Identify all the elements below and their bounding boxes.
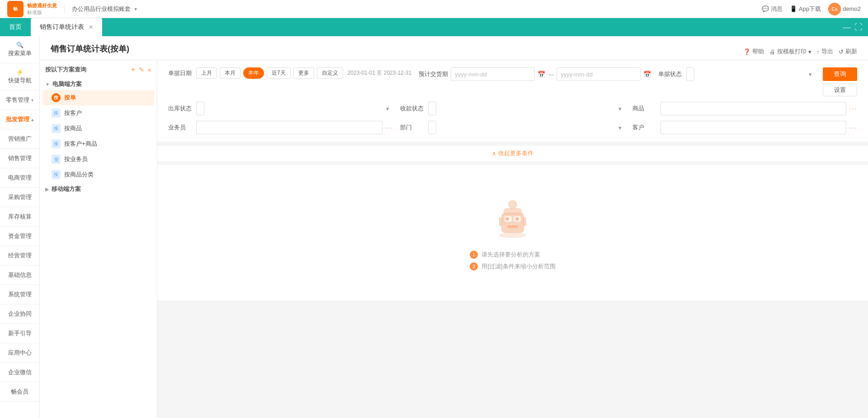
by-salesperson-label: 按业务员 (64, 155, 88, 163)
ship-status-label: 出库状态 (168, 104, 193, 113)
calendar-end-icon[interactable]: 📅 (643, 71, 651, 78)
expected-delivery-start[interactable] (451, 67, 535, 81)
collapse-bar[interactable]: ∧ 收起更多条件 (157, 145, 868, 161)
top-bar-right: 💬 消息 📱 App下载 Ea demo2 (762, 3, 861, 15)
mobile-schemes-section[interactable]: ▶ 移动端方案 (40, 182, 157, 195)
tab-sales-stat[interactable]: 销售订单统计表 ✕ (31, 18, 102, 36)
by-customer-product-label: 按客户+商品 (64, 140, 97, 148)
sidebar: 🔍 搜索菜单 ⚡ 快捷导航 零售管理 ▾ 批发管理 ▴ 营销推广 销售管理 电商… (0, 36, 40, 418)
sidebar-item-enterprise-wechat[interactable]: 企业微信 (0, 363, 39, 382)
payment-status-select[interactable] (428, 102, 436, 115)
pc-schemes-section[interactable]: ▼ 电脑端方案 (40, 77, 157, 90)
query-button[interactable]: 查询 (823, 67, 857, 81)
export-btn[interactable]: ↑ 导出 (817, 48, 834, 56)
sidebar-item-purchase-mgmt[interactable]: 采购管理 (0, 188, 39, 207)
tab-home[interactable]: 首页 (0, 18, 31, 36)
sidebar-item-finance[interactable]: 资金管理 (0, 227, 39, 246)
by-salesperson-icon: 业 (52, 155, 61, 164)
sidebar-item-app-center[interactable]: 应用中心 (0, 343, 39, 363)
tree-item-by-salesperson[interactable]: 业 按业务员 (42, 152, 154, 167)
refresh-btn[interactable]: ↺ 刷新 (839, 48, 857, 56)
salesperson-label: 业务员 (168, 124, 193, 132)
sidebar-item-marketing[interactable]: 营销推广 (0, 129, 39, 149)
brand-info: 畅捷通好生意 标准版 (27, 2, 57, 15)
expected-delivery-end[interactable] (557, 67, 641, 81)
sidebar-item-operations[interactable]: 经营管理 (0, 246, 39, 266)
template-print-btn[interactable]: 🖨 按模板打印 ▾ (769, 48, 811, 56)
product-input[interactable] (660, 102, 847, 115)
quick-nav-icon: ⚡ (16, 69, 24, 76)
sidebar-item-purchase-mgmt-label: 采购管理 (8, 193, 32, 201)
help-btn[interactable]: ❓ 帮助 (743, 48, 764, 56)
customer-more-icon[interactable]: ··· (849, 124, 857, 131)
svg-point-10 (508, 200, 517, 209)
tip-num-1: 1 (470, 251, 478, 259)
sidebar-item-retail-mgmt[interactable]: 零售管理 ▾ (0, 90, 39, 110)
last-7-btn[interactable]: 近7天 (267, 67, 291, 79)
salesperson-more-icon[interactable]: ··· (385, 124, 393, 131)
sidebar-item-ecommerce-mgmt-label: 电商管理 (8, 174, 32, 182)
tab-minimize-icon[interactable]: — (843, 23, 851, 32)
this-month-btn[interactable]: 本月 (220, 67, 241, 79)
sidebar-item-inventory[interactable]: 库存核算 (0, 207, 39, 227)
edit-scheme-icon[interactable]: ✎ (139, 66, 144, 73)
template-print-icon: 🖨 (769, 48, 775, 55)
department-wrapper: ▾ (428, 121, 625, 134)
salesperson-group: 业务员 ··· (168, 121, 393, 134)
page-actions: ❓ 帮助 🖨 按模板打印 ▾ ↑ 导出 ↺ 刷新 (743, 48, 858, 56)
salesperson-input[interactable] (196, 121, 382, 134)
dropdown-icon[interactable]: ▾ (134, 6, 137, 12)
department-select[interactable] (428, 121, 436, 134)
payment-status-group: 收款状态 ▾ (400, 102, 625, 115)
tree-item-by-product[interactable]: 按 按商品 (42, 121, 154, 136)
this-year-btn[interactable]: 本年 (243, 67, 264, 79)
brand-title-line1: 畅捷通好生意 (27, 2, 57, 9)
app-download-btn[interactable]: 📱 App下载 (790, 5, 821, 13)
sidebar-item-enterprise-collab-label: 企业协同 (8, 310, 32, 318)
customer-input[interactable] (660, 121, 847, 134)
message-btn[interactable]: 💬 消息 (762, 5, 783, 13)
department-group: 部门 ▾ (400, 121, 625, 134)
tree-item-by-customer[interactable]: 按 按客户 (42, 105, 154, 121)
sidebar-item-system-mgmt-label: 系统管理 (8, 290, 32, 299)
sidebar-item-ecommerce-mgmt[interactable]: 电商管理 (0, 168, 39, 188)
ship-status-select[interactable] (196, 102, 204, 115)
payment-status-wrapper: ▾ (428, 102, 625, 115)
user-menu[interactable]: Ea demo2 (828, 3, 861, 15)
sidebar-item-members[interactable]: 畅会员 (0, 382, 39, 402)
more-btn[interactable]: 更多 (293, 67, 314, 79)
add-scheme-icon[interactable]: + (131, 66, 135, 74)
sidebar-item-wholesale-mgmt[interactable]: 批发管理 ▴ (0, 110, 39, 129)
sidebar-item-new-guide[interactable]: 新手引导 (0, 324, 39, 343)
empty-illustration (490, 195, 535, 240)
custom-btn[interactable]: 自定义 (317, 67, 343, 79)
calendar-start-icon[interactable]: 📅 (538, 71, 545, 78)
sidebar-item-system-mgmt[interactable]: 系统管理 (0, 285, 39, 304)
sidebar-item-enterprise-collab[interactable]: 企业协同 (0, 304, 39, 324)
sidebar-item-operations-label: 经营管理 (8, 252, 32, 260)
app-title[interactable]: 办公用品行业模拟账套 (72, 5, 131, 13)
by-product-category-icon: 按 (52, 170, 61, 179)
empty-tips: 1 请先选择要分析的方案 2 用[过滤]条件来缩小分析范围 (470, 251, 555, 271)
doc-status-chevron: ▾ (809, 71, 812, 78)
page-header: 销售订单统计表(按单) ❓ 帮助 🖨 按模板打印 ▾ ↑ 导出 (40, 36, 868, 60)
setting-button[interactable]: 设置 (823, 84, 857, 96)
page-title: 销售订单统计表(按单) (51, 43, 129, 54)
sidebar-item-sales-mgmt[interactable]: 销售管理 (0, 149, 39, 168)
tree-item-by-product-category[interactable]: 按 按商品分类 (42, 167, 154, 182)
doc-status-select[interactable] (686, 67, 694, 81)
tree-item-by-customer-product[interactable]: 按 按客户+商品 (42, 136, 154, 152)
sidebar-item-quick-nav[interactable]: ⚡ 快捷导航 (0, 63, 39, 90)
tab-close-icon[interactable]: ✕ (89, 24, 93, 30)
product-more-icon[interactable]: ··· (849, 105, 857, 112)
tree-item-by-order[interactable]: 按 按单 (42, 90, 154, 105)
tab-fullscreen-icon[interactable]: ⛶ (854, 23, 863, 32)
sidebar-item-search-menu[interactable]: 🔍 搜索菜单 (0, 36, 39, 63)
sidebar-item-basic-info[interactable]: 基础信息 (0, 266, 39, 285)
tip-text-2: 用[过滤]条件来缩小分析范围 (481, 262, 555, 271)
sidebar-item-basic-info-label: 基础信息 (8, 271, 32, 279)
by-order-icon: 按 (52, 93, 61, 102)
tab-sales-stat-label: 销售订单统计表 (40, 23, 84, 31)
collapse-panel-icon[interactable]: « (148, 66, 151, 73)
last-month-btn[interactable]: 上月 (196, 67, 217, 79)
